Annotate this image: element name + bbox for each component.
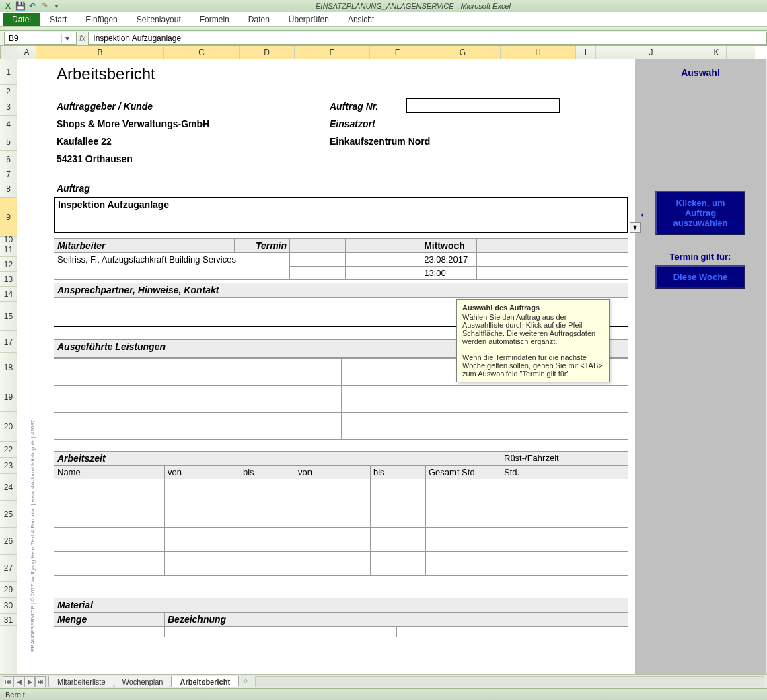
row-header-15[interactable]: 15 <box>0 302 17 331</box>
row-header-11[interactable]: 11 <box>0 242 17 257</box>
col-header-K[interactable]: K <box>706 46 727 59</box>
row-header-30[interactable]: 30 <box>0 598 17 614</box>
save-icon[interactable]: 💾 <box>15 1 26 11</box>
row-header-13[interactable]: 13 <box>0 272 17 287</box>
tooltip-p2: Wenn die Termindaten für die nächste Woc… <box>462 353 604 378</box>
row-header-5[interactable]: 5 <box>0 133 17 151</box>
client-name: Shops & More Verwaltungs-GmbH <box>57 118 209 129</box>
order-no-field[interactable] <box>406 98 560 113</box>
col-header-H[interactable]: H <box>501 46 576 59</box>
worktime-table: Arbeitszeit Rüst-/Fahrzeit Name von bis … <box>54 451 628 576</box>
row-header-8[interactable]: 8 <box>0 180 17 198</box>
row-header-14[interactable]: 14 <box>0 287 17 302</box>
name-box-dropdown-icon[interactable]: ▾ <box>61 34 72 43</box>
new-sheet-icon[interactable]: ✧ <box>242 677 248 686</box>
file-tab[interactable]: Datei <box>3 13 40 26</box>
row-header-23[interactable]: 23 <box>0 458 17 474</box>
employee-cell[interactable]: Seilriss, F., Aufzugsfachkraft Building … <box>54 253 290 280</box>
row-header-26[interactable]: 26 <box>0 528 17 555</box>
row-header-1[interactable]: 1 <box>0 59 17 85</box>
table-row[interactable] <box>54 503 628 528</box>
undo-icon[interactable]: ↶ <box>27 1 38 11</box>
row-header-18[interactable]: 18 <box>0 353 17 382</box>
aux-title: Auswahl <box>655 67 745 78</box>
order-label: Auftrag <box>57 183 90 194</box>
qat-dropdown-icon[interactable]: ▼ <box>51 1 62 11</box>
row-header-10[interactable]: 10 <box>0 237 17 242</box>
row-header-7[interactable]: 7 <box>0 168 17 180</box>
selected-cell[interactable]: Inspektion Aufzuganlage <box>54 197 628 233</box>
formula-bar-row: B9 ▾ fx Inspektion Aufzuganlage <box>0 31 767 46</box>
col-header-B[interactable]: B <box>36 46 164 59</box>
termin-time-cell[interactable]: 13:00 <box>421 267 476 280</box>
tab-insert[interactable]: Einfügen <box>76 13 126 26</box>
fx-icon[interactable]: fx <box>79 34 85 43</box>
row-header-12[interactable]: 12 <box>0 257 17 272</box>
tab-first-icon[interactable]: ⏮ <box>3 676 13 687</box>
window-title: EINSATZPLANUNG_ANLAGENSERVICE - Microsof… <box>62 2 764 10</box>
title-bar: X 💾 ↶ ↷ ▼ EINSATZPLANUNG_ANLAGENSERVICE … <box>0 0 767 12</box>
row-header-24[interactable]: 24 <box>0 474 17 501</box>
tooltip: Auswahl des Auftrags Wählen Sie den Auft… <box>456 299 610 382</box>
name-box[interactable]: B9 ▾ <box>4 32 77 45</box>
table-row[interactable] <box>54 627 628 637</box>
formula-bar[interactable]: Inspektion Aufzuganlage <box>88 32 767 45</box>
row-headers: 1234567891011121314151718192022232425262… <box>0 59 17 674</box>
client-city: 54231 Orthausen <box>57 153 133 164</box>
tab-last-icon[interactable]: ⏭ <box>35 676 46 687</box>
col-header-A[interactable]: A <box>17 46 36 59</box>
table-row[interactable] <box>54 479 628 503</box>
sheet-tab-arbeitsbericht[interactable]: Arbeitsbericht <box>171 676 239 687</box>
quick-access-toolbar: X 💾 ↶ ↷ ▼ <box>3 1 62 11</box>
row-header-2[interactable]: 2 <box>0 85 17 98</box>
dropdown-handle-icon[interactable]: ▼ <box>630 222 641 233</box>
col-header-I[interactable]: I <box>576 46 596 59</box>
col-header-G[interactable]: G <box>425 46 501 59</box>
tab-data[interactable]: Daten <box>239 13 279 26</box>
table-row[interactable] <box>54 552 628 576</box>
grid: ABCDEFGHIJK 1234567891011121314151718192… <box>0 46 767 674</box>
termin-date-cell[interactable]: 23.08.2017 <box>421 253 476 267</box>
tab-pagelayout[interactable]: Seitenlayout <box>127 13 190 26</box>
column-headers: ABCDEFGHIJK <box>17 46 755 59</box>
ribbon-tabs: Datei Start Einfügen Seitenlayout Formel… <box>0 12 767 27</box>
travel-header: Rüst-/Fahrzeit <box>504 453 559 463</box>
tab-start[interactable]: Start <box>40 13 76 26</box>
row-header-19[interactable]: 19 <box>0 382 17 412</box>
tab-formulas[interactable]: Formeln <box>190 13 239 26</box>
table-row[interactable] <box>54 528 628 552</box>
cells-area[interactable]: EBÄUDESERVICE | © 2017 Wolfgang Heinl Te… <box>17 59 755 674</box>
row-header-27[interactable]: 27 <box>0 555 17 582</box>
col-header-D[interactable]: D <box>240 46 295 59</box>
row-header-20[interactable]: 20 <box>0 412 17 442</box>
col-header-E[interactable]: E <box>295 46 370 59</box>
employee-header: Mitarbeiter <box>57 240 106 251</box>
sheet-tab-bar: ⏮ ◀ ▶ ⏭ Mitarbeiterliste Wochenplan Arbe… <box>0 674 767 688</box>
redo-icon[interactable]: ↷ <box>39 1 50 11</box>
sheet-tab-mitarbeiterliste[interactable]: Mitarbeiterliste <box>48 676 114 687</box>
row-header-3[interactable]: 3 <box>0 98 17 116</box>
row-header-9[interactable]: 9 <box>0 198 17 237</box>
row-header-25[interactable]: 25 <box>0 501 17 528</box>
row-header-31[interactable]: 31 <box>0 614 17 626</box>
tab-view[interactable]: Ansicht <box>338 13 384 26</box>
select-order-button[interactable]: Klicken, umAuftragauszuwählen <box>655 191 745 235</box>
row-header-22[interactable]: 22 <box>0 442 17 458</box>
arrow-left-icon: ← <box>638 206 653 223</box>
this-week-button[interactable]: Diese Woche <box>655 265 745 289</box>
col-header-F[interactable]: F <box>370 46 425 59</box>
copyright-text: EBÄUDESERVICE | © 2017 Wolfgang Heinl Te… <box>30 420 36 652</box>
row-header-17[interactable]: 17 <box>0 331 17 353</box>
tab-nav: ⏮ ◀ ▶ ⏭ <box>3 676 46 687</box>
row-header-6[interactable]: 6 <box>0 151 17 168</box>
horizontal-scrollbar[interactable] <box>255 676 764 687</box>
row-header-4[interactable]: 4 <box>0 116 17 133</box>
sheet-tab-wochenplan[interactable]: Wochenplan <box>114 676 172 687</box>
tab-prev-icon[interactable]: ◀ <box>13 676 24 687</box>
col-header-C[interactable]: C <box>164 46 240 59</box>
col-header-J[interactable]: J <box>596 46 706 59</box>
tab-next-icon[interactable]: ▶ <box>24 676 35 687</box>
row-header-29[interactable]: 29 <box>0 582 17 598</box>
select-all-corner[interactable] <box>0 46 17 59</box>
tab-review[interactable]: Überprüfen <box>279 13 338 26</box>
